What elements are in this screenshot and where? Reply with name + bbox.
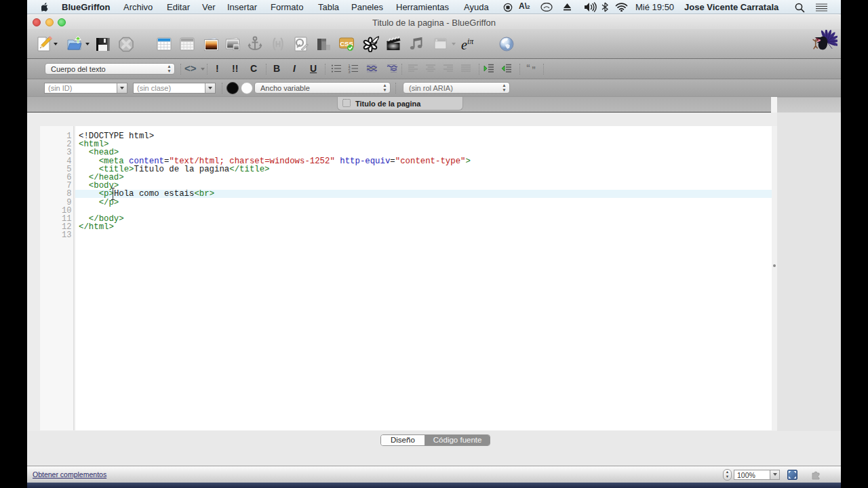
svg-text:3: 3 <box>349 70 351 74</box>
